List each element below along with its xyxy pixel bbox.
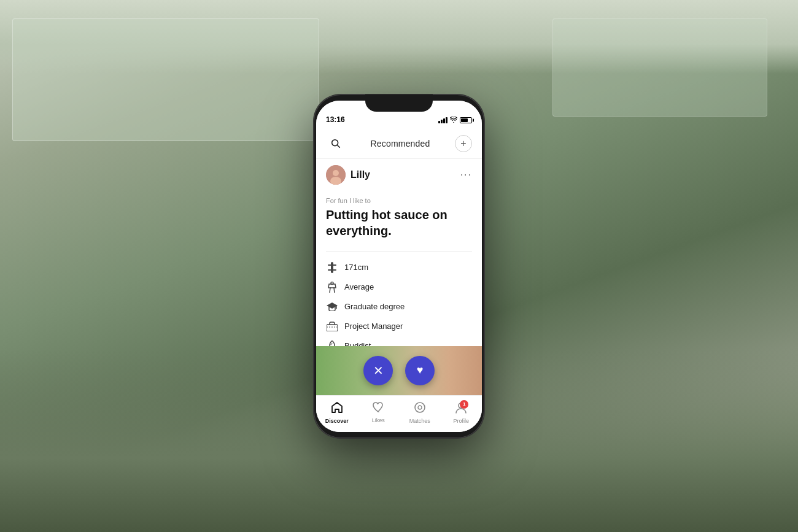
list-item: Project Manager: [326, 320, 472, 333]
likes-icon: [372, 402, 384, 416]
svg-rect-4: [331, 262, 333, 273]
nav-title: Recommended: [370, 139, 430, 148]
glass-panel-right: [552, 18, 767, 117]
profile-badge: 1: [460, 400, 468, 409]
nav-item-discover[interactable]: Discover: [322, 401, 352, 424]
phone-notch: [365, 94, 433, 112]
nav-item-likes[interactable]: Likes: [363, 402, 393, 423]
add-button[interactable]: +: [455, 135, 472, 152]
phone-screen: 13:16: [316, 101, 482, 432]
svg-rect-5: [328, 264, 336, 266]
stats-list: 171cm Average: [326, 261, 472, 346]
like-button[interactable]: ♥: [405, 356, 435, 385]
svg-point-9: [415, 403, 425, 412]
status-time: 13:16: [326, 115, 345, 124]
phone-wrapper: 13:16: [314, 94, 484, 438]
profile-label: Profile: [453, 418, 469, 424]
list-item: Graduate degree: [326, 301, 472, 313]
glass-panel-left: [12, 18, 319, 141]
fun-label: For fun I like to: [326, 197, 472, 204]
svg-point-2: [333, 170, 339, 176]
profile-name: Lilly: [351, 169, 460, 180]
job-value: Project Manager: [344, 322, 403, 331]
list-item: Average: [326, 281, 472, 293]
signal-icon: [438, 117, 447, 123]
discover-icon: [331, 401, 343, 417]
more-options-button[interactable]: ···: [460, 169, 472, 180]
bottom-nav: Discover Likes: [316, 395, 482, 432]
matches-label: Matches: [409, 418, 430, 424]
list-item: 171cm: [326, 261, 472, 274]
job-icon: [326, 320, 338, 333]
discover-label: Discover: [325, 418, 349, 424]
religion-value: Buddist: [344, 341, 371, 346]
list-item: Buddist: [326, 340, 472, 346]
top-nav: Recommended +: [316, 128, 482, 159]
education-icon: [326, 301, 338, 313]
likes-label: Likes: [372, 417, 385, 423]
battery-icon: [460, 117, 472, 123]
divider: [326, 251, 472, 252]
height-icon: [326, 261, 338, 274]
fun-text: Putting hot sauce on everything.: [326, 207, 472, 239]
app-content: Recommended + Lilly ···: [316, 128, 482, 432]
body-type-value: Average: [344, 282, 374, 291]
avatar: [326, 165, 346, 185]
education-value: Graduate degree: [344, 302, 405, 311]
profile-header: Lilly ···: [316, 159, 482, 188]
svg-point-7: [331, 282, 333, 284]
svg-rect-8: [327, 325, 338, 331]
svg-point-0: [332, 139, 338, 145]
svg-rect-6: [328, 269, 336, 271]
height-value: 171cm: [344, 263, 368, 272]
card-content: For fun I like to Putting hot sauce on e…: [316, 188, 482, 346]
nav-item-matches[interactable]: Matches: [405, 401, 435, 424]
svg-point-10: [418, 406, 422, 409]
nav-item-profile[interactable]: 1 Profile: [446, 401, 476, 424]
matches-icon: [414, 401, 426, 417]
wifi-icon: [450, 117, 457, 124]
profile-icon: 1: [455, 401, 467, 417]
photo-strip: ✕ ♥: [316, 346, 482, 395]
phone-device: 13:16: [314, 94, 484, 438]
status-icons: [438, 117, 472, 124]
religion-icon: [326, 340, 338, 346]
search-button[interactable]: [326, 134, 346, 153]
body-type-icon: [326, 281, 338, 293]
dislike-button[interactable]: ✕: [363, 356, 393, 385]
